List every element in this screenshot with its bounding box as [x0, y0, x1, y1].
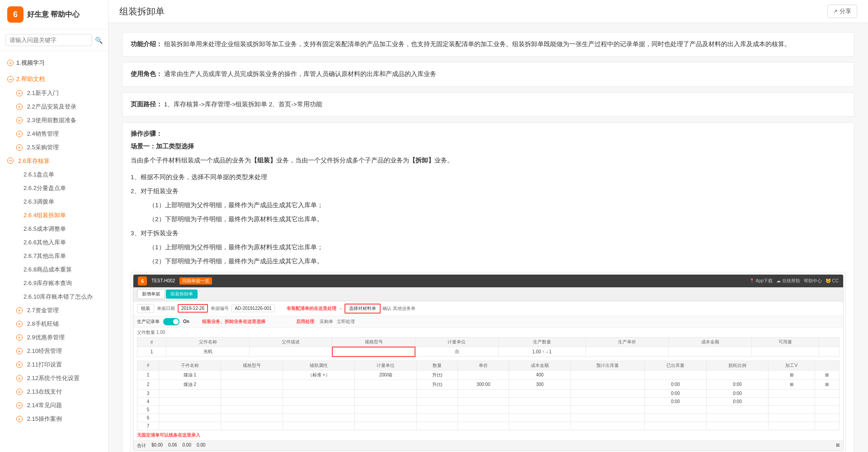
plus-icon-25: +	[16, 144, 23, 151]
sidebar-item-settings[interactable]: + 2.12系统个性化设置	[0, 371, 108, 385]
table-row: 40:000:00	[137, 397, 840, 405]
sidebar-label-docs: 2.帮助文档	[16, 75, 45, 83]
plus-icon: +	[7, 60, 14, 66]
fake-screenshot: 6 TEST-H002 同期单据一览 📍 App下载 ☁ 在线帮助 帮助中心 🐱…	[133, 274, 844, 451]
share-icon: ↗	[833, 8, 838, 14]
sidebar-item-stock[interactable]: − 2.6库存核算	[0, 154, 108, 168]
path-text: 1、库存核算->库存管理->组装拆卸单 2、首页->常用功能	[164, 101, 322, 108]
table-row: 1 光机 台 1.00 ↑→1	[137, 347, 840, 357]
plus-icon-213: +	[16, 389, 23, 395]
sidebar-item-266[interactable]: 2.6.6其他入库单	[0, 236, 108, 249]
sidebar-item-faq[interactable]: + 2.14常见问题	[0, 399, 108, 412]
plus-icon-27: +	[16, 307, 23, 314]
plus-icon-28: +	[16, 321, 23, 327]
sidebar-item-cases[interactable]: + 2.15操作案例	[0, 412, 108, 426]
screenshot-block: 6 TEST-H002 同期单据一览 📍 App下载 ☁ 在线帮助 帮助中心 🐱…	[131, 272, 846, 452]
sidebar-item-data-prep[interactable]: + 2.3使用前数据准备	[0, 114, 108, 127]
ss-tab-new[interactable]: 新增单据	[137, 289, 165, 299]
ss-top-right: 📍 App下载 ☁ 在线帮助 帮助中心 🐱 CC	[749, 278, 839, 284]
ss-prev-doc[interactable]: 同期单据一览	[179, 277, 212, 285]
sidebar-item-mobile[interactable]: + 2.8手机旺铺	[0, 317, 108, 331]
sidebar-item-install[interactable]: + 2.2产品安装及登录	[0, 100, 108, 114]
ss-switch-row: 生产记录单 On 组装业务、拆卸业务在这里选择 启用处理 采购单 立即处理	[133, 316, 843, 328]
sidebar-item-coupon[interactable]: + 2.9优惠券管理	[0, 331, 108, 344]
plus-icon-24: +	[16, 131, 23, 137]
ss-date-input[interactable]: 2019-12-26	[178, 304, 208, 313]
sidebar-item-ops[interactable]: + 2.10经营管理	[0, 344, 108, 358]
step2-text: 2、对于组装业务	[131, 185, 846, 197]
step3-sub1: （1）上部明细为父件明细，最终作为原材料生成其它出库单；	[131, 241, 846, 253]
func-intro-text: 组装拆卸单用来处理企业组装或拆卸等加工业务，支持有固定装配清单的产品加工业务，也…	[164, 41, 791, 48]
ss-upper-table-container: 父件数量 1.00 # 父件名称 父件描述 规格型号 计量单位	[133, 328, 843, 357]
ops-steps: 1、根据不同的业务，选择不同单据的类型来处理 2、对于组装业务 （1）上部明细为…	[131, 171, 846, 267]
main-area: 组装拆卸单 ↗ 分享 功能介绍： 组装拆卸单用来处理企业组装或拆卸等加工业务，支…	[108, 0, 868, 452]
sidebar-item-264[interactable]: 2.6.4组装拆卸单	[0, 209, 108, 222]
ss-type-select[interactable]: 组装	[137, 304, 154, 313]
sidebar-item-265[interactable]: 2.6.5成本调整单	[0, 222, 108, 236]
ss-toggle[interactable]	[163, 318, 179, 325]
sidebar-item-newbie[interactable]: + 2.1新手入门	[0, 86, 108, 100]
nav-section-docs: − 2.帮助文档 + 2.1新手入门 + 2.2产品安装及登录 + 2.3使用前…	[0, 71, 108, 427]
sidebar-item-purchase[interactable]: + 2.5采购管理	[0, 141, 108, 154]
ss-id: TEST-H002	[151, 278, 175, 283]
table-row: 6	[137, 414, 840, 422]
nav-section-video: + 1.视频学习	[0, 55, 108, 71]
sidebar-label-video: 1.视频学习	[16, 59, 45, 67]
path-label: 页面路径：	[131, 101, 162, 108]
step2-sub1: （1）上部明细为父件明细，最终作为产成品生成其它入库单；	[131, 199, 846, 211]
page-title: 组装拆卸单	[119, 5, 165, 18]
sidebar: 6 好生意 帮助中心 🔍 + 1.视频学习 − 2.帮助文档 + 2.1新手入门	[0, 0, 108, 452]
ss-doc-input[interactable]: AD-20191226-001	[231, 305, 275, 312]
plus-icon-21: +	[16, 90, 23, 96]
role-label: 使用角色：	[131, 71, 162, 77]
sidebar-item-2610[interactable]: 2.6.10库存账本错了怎么办	[0, 290, 108, 304]
table-row: 2煤油 2升(±)300:003000:000:00⊞⊞	[137, 380, 840, 389]
ss-body: 生产记录单 On 组装业务、拆卸业务在这里选择 启用处理 采购单 立即处理	[133, 316, 843, 451]
search-input[interactable]	[5, 34, 92, 46]
ss-lower-table-container: # 子件名称 规格型号 辅助属性 计量单位 数量 单价 成本金额 预计出库量	[133, 359, 843, 430]
sidebar-nav: + 1.视频学习 − 2.帮助文档 + 2.1新手入门 + 2.2产品安装及登录…	[0, 51, 108, 452]
sidebar-item-sales[interactable]: + 2.4销售管理	[0, 127, 108, 141]
annotation3-text: 组装业务、拆卸业务在这里选择	[202, 319, 265, 325]
minus-icon-26: −	[7, 157, 14, 164]
ss-tab-active[interactable]: 组装拆卸单	[166, 290, 198, 299]
search-box: 🔍	[0, 29, 108, 51]
search-icon[interactable]: 🔍	[95, 37, 103, 44]
role-block: 使用角色： 通常由生产人员或库管人员完成拆装业务的操作，库管人员确认原材料的出库…	[122, 62, 854, 86]
ss-tabs-row: 新增单据 组装拆卸单	[133, 287, 843, 301]
table-row: 1煤油 1（标准 +）200/箱升(±)400⊞⊞	[137, 370, 840, 380]
ss-bom-btn[interactable]: 选择对材料单	[344, 304, 381, 314]
sidebar-item-261[interactable]: 2.6.1盘点单	[0, 168, 108, 181]
annotation5-text: 无固定清单可以线条在这里录入	[133, 430, 843, 440]
ss-logo: 6	[138, 276, 147, 285]
step3-text: 3、对于拆装业务	[131, 227, 846, 239]
ss-bottom-bar: 合计 $0.00 0.06 0.00 0.00 ⊞	[133, 440, 843, 451]
share-button[interactable]: ↗ 分享	[827, 5, 857, 18]
annotation4-text: 启用处理	[296, 319, 314, 325]
sidebar-item-finance[interactable]: + 2.7资金管理	[0, 304, 108, 317]
ss-upper-table: # 父件名称 父件描述 规格型号 计量单位 生产数量 生产单价 成本金额 可用量	[137, 337, 840, 357]
step1-text: 1、根据不同的业务，选择不同单据的类型来处理	[131, 171, 846, 183]
sidebar-item-267[interactable]: 2.6.7其他出库单	[0, 249, 108, 263]
sidebar-item-268[interactable]: 2.6.8商品成本重算	[0, 263, 108, 276]
content-area: 功能介绍： 组装拆卸单用来处理企业组装或拆卸等加工业务，支持有固定装配清单的产品…	[108, 23, 868, 452]
ss-lower-table: # 子件名称 规格型号 辅助属性 计量单位 数量 单价 成本金额 预计出库量	[137, 361, 840, 430]
plus-icon-212: +	[16, 375, 23, 381]
plus-icon-210: +	[16, 348, 23, 354]
plus-icon-29: +	[16, 334, 23, 341]
sidebar-item-269[interactable]: 2.6.9库存账本查询	[0, 276, 108, 290]
sidebar-item-print[interactable]: + 2.11打印设置	[0, 358, 108, 371]
step2-sub2: （2）下部明细为子件明细，最终作为原材料生成其它出库单。	[131, 213, 846, 225]
sidebar-item-payment[interactable]: + 2.13在线支付	[0, 385, 108, 399]
sidebar-item-262[interactable]: 2.6.2分量盘点单	[0, 181, 108, 195]
ss-on-label: On	[183, 319, 189, 324]
sidebar-item-docs[interactable]: − 2.帮助文档	[0, 72, 108, 86]
plus-icon-22: +	[16, 104, 23, 110]
sidebar-item-video[interactable]: + 1.视频学习	[0, 56, 108, 70]
scene1-desc: 当由多个子件材料组装成一个成品的业务为【组装】业务，当由一个父件拆分成多个子产品…	[131, 154, 846, 167]
ss-form-row: 组装 单据日期 2019-12-26 单据编号 AD-20191226-001 …	[133, 301, 843, 316]
plus-icon-215: +	[16, 416, 23, 422]
sidebar-item-263[interactable]: 2.6.3调拨单	[0, 195, 108, 209]
table-row: 5	[137, 405, 840, 414]
ops-title: 操作步骤：	[131, 130, 846, 138]
